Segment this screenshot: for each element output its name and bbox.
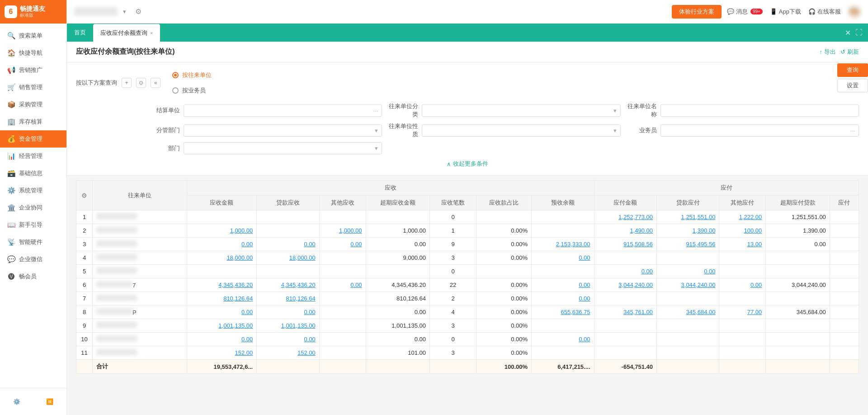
tab-home[interactable]: 首页 <box>67 24 93 42</box>
tab-close-window-icon[interactable]: ✕ <box>845 29 851 37</box>
sidebar-item-member[interactable]: 🅥 畅会员 <box>0 268 66 285</box>
filter-by-partner[interactable]: 按往来单位 <box>167 68 217 82</box>
table-cell[interactable]: 1,251,551.00 <box>657 210 719 224</box>
sidebar-item-purchase[interactable]: 📦 采购管理 <box>0 96 66 113</box>
table-cell[interactable]: 345,684.00 <box>657 305 719 319</box>
sidebar-item-inventory[interactable]: 🏢 库存核算 <box>0 113 66 130</box>
table-cell[interactable]: 152.00 <box>187 346 257 360</box>
partner-name-cell <box>93 238 187 251</box>
table-cell[interactable]: 0.00 <box>719 278 766 292</box>
dept-input[interactable]: ▾ <box>184 124 382 137</box>
query-button[interactable]: 查询 <box>837 63 868 77</box>
table-cell[interactable]: 18,000.00 <box>187 251 257 265</box>
tab-expand-icon[interactable]: ⛶ <box>855 29 863 37</box>
sidebar-item-wechat[interactable]: 💬 企业微信 <box>0 251 66 268</box>
table-cell[interactable]: 4,345,436.20 <box>257 278 319 292</box>
sidebar-item-system[interactable]: ⚙️ 系统管理 <box>0 182 66 199</box>
filter-collapse-btn[interactable]: ∧ 收起更多条件 <box>76 158 859 170</box>
sub-dept-input[interactable]: ▾ <box>184 142 382 154</box>
filter-by-salesman[interactable]: 按业务员 <box>167 83 217 98</box>
table-cell[interactable]: 1,001,135.00 <box>257 319 319 333</box>
partner-nature-input[interactable]: ▾ <box>422 124 620 137</box>
sidebar: 6 畅捷通友 标准版 🔍 搜索菜单 🏠 快捷导航 📢 营销推广 🛒 销售管理 📦… <box>0 0 67 415</box>
sidebar-bottom-settings[interactable]: ⚙️ <box>6 395 28 409</box>
table-cell[interactable]: 0.00 <box>319 278 366 292</box>
sidebar-item-marketing[interactable]: 📢 营销推广 <box>0 62 66 79</box>
table-cell[interactable]: 0.00 <box>257 305 319 319</box>
table-cell: 1,000.00 <box>366 224 430 238</box>
table-cell[interactable]: 0.00 <box>594 265 656 278</box>
table-cell[interactable]: 0.00 <box>257 238 319 251</box>
table-cell[interactable]: 0.00 <box>187 238 257 251</box>
tab-close-icon[interactable]: × <box>150 30 153 36</box>
table-cell[interactable]: 1,390.00 <box>657 224 719 238</box>
sidebar-item-operation[interactable]: 📊 经营管理 <box>0 148 66 165</box>
solution-button[interactable]: 体验行业方案 <box>672 5 722 19</box>
table-cell[interactable]: 0.00 <box>532 251 594 265</box>
table-cell[interactable]: 655,636.75 <box>532 305 594 319</box>
filter-arrow-btn[interactable]: « <box>151 78 160 88</box>
table-cell[interactable]: 77.00 <box>719 305 766 319</box>
table-cell[interactable]: 152.00 <box>257 346 319 360</box>
sidebar-item-guide[interactable]: 📖 新手引导 <box>0 216 66 234</box>
filter-add-btn[interactable]: + <box>122 78 132 88</box>
table-cell[interactable]: 810,126.64 <box>187 292 257 305</box>
settlement-unit-input[interactable]: ··· <box>184 105 382 117</box>
partner-category-input[interactable]: ▾ <box>422 105 620 117</box>
table-cell[interactable]: 1,000.00 <box>319 224 366 238</box>
sidebar-item-base[interactable]: 🗃️ 基础信息 <box>0 165 66 182</box>
wechat-icon: 💬 <box>7 255 15 263</box>
table-cell[interactable]: 0.00 <box>257 333 319 346</box>
table-cell[interactable]: 4,345,436.20 <box>187 278 257 292</box>
table-cell[interactable]: 915,508.56 <box>594 238 656 251</box>
sidebar-item-corp[interactable]: 🏛️ 企业协同 <box>0 199 66 216</box>
table-cell[interactable]: 0.00 <box>532 278 594 292</box>
user-avatar[interactable]: Rit <box>848 5 861 18</box>
sidebar-item-hardware[interactable]: 📡 智能硬件 <box>0 234 66 251</box>
table-cell[interactable]: 915,495.56 <box>657 238 719 251</box>
settings-button[interactable]: 设置 <box>837 79 868 92</box>
table-cell[interactable]: 0.00 <box>187 333 257 346</box>
refresh-button[interactable]: ↺ 刷新 <box>840 48 859 56</box>
tab-current[interactable]: 应收应付余额查询 × <box>93 24 160 42</box>
th-settings[interactable]: ⚙ <box>76 181 93 210</box>
table-cell[interactable]: 345,761.00 <box>594 305 656 319</box>
table-cell[interactable]: 1,222.00 <box>719 210 766 224</box>
partner-name-input[interactable] <box>660 105 859 117</box>
table-cell[interactable]: 13.00 <box>719 238 766 251</box>
table-cell[interactable]: 18,000.00 <box>257 251 319 265</box>
online-service-button[interactable]: 🎧 在线客服 <box>808 8 841 16</box>
table-cell[interactable]: 0.00 <box>532 292 594 305</box>
table-cell[interactable]: 810,126.64 <box>257 292 319 305</box>
table-cell[interactable]: 1,000.00 <box>187 224 257 238</box>
table-settings-icon[interactable]: ⚙ <box>81 192 87 199</box>
footer-loan-pay <box>657 360 719 374</box>
table-cell: 0.00% <box>476 292 531 305</box>
table-cell[interactable]: 3,044,240.00 <box>594 278 656 292</box>
table-cell[interactable]: 0.00 <box>319 238 366 251</box>
table-cell[interactable]: 100.00 <box>719 224 766 238</box>
table-cell[interactable]: 0.00 <box>532 333 594 346</box>
table-cell[interactable]: 1,001,135.00 <box>187 319 257 333</box>
table-cell[interactable]: 3,044,240.00 <box>657 278 719 292</box>
topbar-gear-icon[interactable]: ⚙ <box>135 7 142 16</box>
filter-target-btn[interactable]: ⊙ <box>136 78 146 88</box>
salesman-input[interactable]: ··· <box>660 124 859 137</box>
system-icon: ⚙️ <box>7 186 15 195</box>
dropdown-arrow-icon[interactable]: ▾ <box>123 8 126 15</box>
export-button[interactable]: ↑ 导出 <box>820 48 836 56</box>
sidebar-bottom-pause[interactable]: ⏸️ <box>39 395 61 409</box>
message-button[interactable]: 💬 消息 99+ <box>727 8 763 16</box>
app-download-button[interactable]: 📱 App下载 <box>770 8 801 16</box>
table-cell[interactable]: 1,490.00 <box>594 224 656 238</box>
row-number: 7 <box>76 292 93 305</box>
sidebar-item-search[interactable]: 🔍 搜索菜单 <box>0 27 66 44</box>
sidebar-item-fund[interactable]: 💰 资金管理 <box>0 130 66 148</box>
sidebar-item-shortcut[interactable]: 🏠 快捷导航 <box>0 44 66 62</box>
table-cell[interactable]: 0.00 <box>657 265 719 278</box>
table-cell <box>257 210 319 224</box>
table-cell[interactable]: 0.00 <box>187 305 257 319</box>
table-cell[interactable]: 1,252,773.00 <box>594 210 656 224</box>
sidebar-item-sales[interactable]: 🛒 销售管理 <box>0 79 66 96</box>
table-cell[interactable]: 2,153,333.00 <box>532 238 594 251</box>
